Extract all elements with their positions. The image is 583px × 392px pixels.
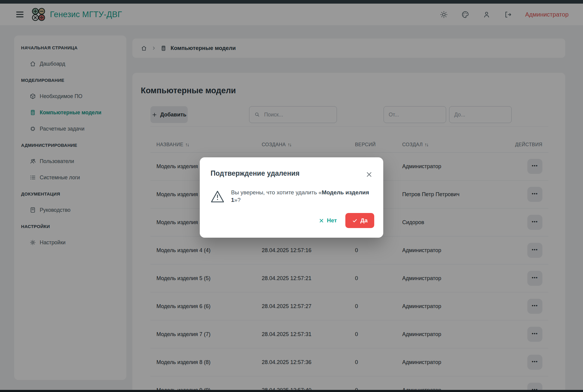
window-top-strip <box>0 0 583 4</box>
confirm-button[interactable]: Да <box>345 213 374 228</box>
dialog-body: Вы уверены, что хотите удалить «Модель и… <box>211 189 374 204</box>
check-icon <box>352 218 358 224</box>
cancel-button-label: Нет <box>327 217 337 224</box>
dialog-message-prefix: Вы уверены, что хотите удалить « <box>231 189 322 196</box>
x-icon <box>319 218 324 224</box>
dialog-footer: Нет Да <box>211 213 374 228</box>
dialog-message-suffix: »? <box>234 197 241 203</box>
cancel-button[interactable]: Нет <box>319 217 337 224</box>
dialog-message: Вы уверены, что хотите удалить «Модель и… <box>231 189 371 204</box>
close-icon[interactable] <box>365 171 373 178</box>
window-bottom-strip <box>0 390 583 392</box>
delete-confirmation-dialog: Подтверждение удаления Вы уверены, что х… <box>200 157 383 238</box>
dialog-title: Подтверждение удаления <box>211 169 374 177</box>
warning-triangle-icon <box>211 190 224 203</box>
confirm-button-label: Да <box>360 217 368 224</box>
